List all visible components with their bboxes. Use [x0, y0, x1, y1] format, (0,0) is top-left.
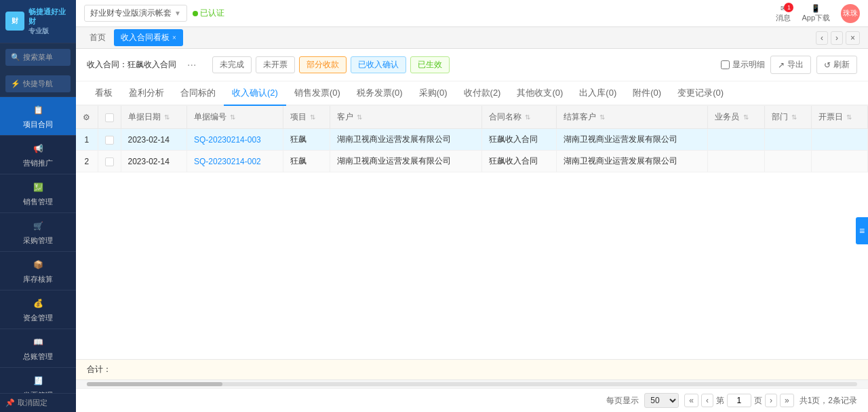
tab-6[interactable]: 采购(0): [411, 81, 456, 106]
tab-10[interactable]: 附件(0): [625, 81, 669, 106]
logo-text: 畅捷通好业财: [28, 7, 71, 26]
sidebar-bottom[interactable]: 📌 取消固定: [0, 393, 76, 412]
status-effective-button[interactable]: 已生效: [410, 56, 450, 73]
row-billno-2[interactable]: SQ-20230214-002: [187, 151, 283, 172]
user-avatar[interactable]: 珠珠: [841, 4, 860, 23]
tab-3[interactable]: 收入确认(2): [224, 81, 286, 106]
salesperson-column-header[interactable]: 业务员 ⇅: [708, 106, 764, 129]
horizontal-scrollbar[interactable]: [76, 379, 868, 388]
last-page-button[interactable]: »: [780, 394, 794, 407]
sidebar-item-7[interactable]: 🧾 发票管理: [0, 368, 76, 393]
side-panel-toggle[interactable]: ≡: [856, 217, 868, 244]
content-wrapper: 收入合同：狂飙收入合同 ··· 未完成 未开票 部分收款 已收入确认 已生效 显…: [76, 49, 868, 412]
table-row[interactable]: 2 2023-02-14 SQ-20230214-002 狂飙 湖南卫视商业运营…: [76, 151, 868, 172]
row-dept-2: [764, 151, 811, 172]
refresh-button[interactable]: ↺ 刷新: [816, 56, 857, 74]
main-content: 好业财专业版演示帐套 ▼ 已认证 ✉ 1 消息 📱 App下载 珠珠: [76, 0, 868, 412]
page-size-select[interactable]: 50 100 200: [644, 393, 679, 408]
customer-column-header[interactable]: 客户 ⇅: [330, 106, 481, 129]
sidebar-item-3[interactable]: 🛒 采购管理: [0, 213, 76, 252]
show-detail-checkbox[interactable]: [721, 60, 730, 69]
tab-11[interactable]: 变更记录(0): [669, 81, 732, 106]
table-footer: 合计：: [76, 359, 868, 379]
settlement-column-header[interactable]: 结算客户 ⇅: [556, 106, 708, 129]
export-icon: ↗: [778, 60, 785, 70]
search-area: 🔍 搜索菜单: [0, 43, 76, 71]
row-check-2[interactable]: [98, 151, 121, 172]
tab-close-all-button[interactable]: ×: [846, 31, 860, 45]
prev-page-button[interactable]: ‹: [701, 394, 713, 407]
contract-column-header[interactable]: 合同名称 ⇅: [481, 106, 556, 129]
sidebar-icon-7: 🧾: [31, 373, 45, 388]
app-download-button[interactable]: 📱 App下载: [802, 4, 830, 23]
active-tab[interactable]: 收入合同看板 ×: [114, 29, 183, 46]
tab-0[interactable]: 看板: [87, 81, 121, 106]
table-row[interactable]: 1 2023-02-14 SQ-20230214-003 狂飙 湖南卫视商业运营…: [76, 129, 868, 151]
app-logo: 财 畅捷通好业财 专业版: [0, 0, 76, 43]
row-customer-1: 湖南卫视商业运营发展有限公司: [330, 129, 481, 151]
tab-2[interactable]: 合同标的: [172, 81, 224, 106]
sidebar-item-6[interactable]: 📖 总账管理: [0, 329, 76, 368]
date-column-header[interactable]: 单据日期 ⇅: [121, 106, 187, 129]
scrollbar-thumb[interactable]: [87, 382, 222, 386]
select-all-checkbox[interactable]: [105, 113, 114, 122]
settings-column-header[interactable]: ⚙: [76, 106, 98, 129]
sidebar-item-1[interactable]: 📢 营销推广: [0, 136, 76, 174]
status-uninvoiced-button[interactable]: 未开票: [256, 56, 295, 73]
sort-icon-4: ⇅: [357, 113, 362, 121]
status-confirmed-button[interactable]: 已收入确认: [351, 56, 406, 73]
tab-1[interactable]: 盈利分析: [121, 81, 172, 106]
tab-7[interactable]: 收付款(2): [456, 81, 509, 106]
sidebar-icon-0: 📋: [31, 102, 45, 117]
home-tab[interactable]: 首页: [84, 29, 111, 46]
sidebar-icon-2: 💹: [31, 180, 45, 195]
dropdown-arrow-icon: ▼: [174, 10, 181, 17]
sidebar-icon-5: 💰: [31, 296, 45, 311]
next-page-button[interactable]: ›: [765, 394, 777, 407]
tab-9[interactable]: 出入库(0): [571, 81, 625, 106]
project-column-header[interactable]: 项目 ⇅: [283, 106, 330, 129]
sidebar: 财 畅捷通好业财 专业版 🔍 搜索菜单 ⚡ 快捷导航 📋 项目合同 📢 营销推广…: [0, 0, 76, 412]
tab-5[interactable]: 税务发票(0): [349, 81, 411, 106]
row-billno-1[interactable]: SQ-20230214-003: [187, 129, 283, 151]
total-label: 合计：: [87, 364, 111, 375]
sub-tabs: 看板 盈利分析 合同标的 收入确认(2) 销售发票(0) 税务发票(0) 采购(…: [76, 81, 868, 106]
home-label: 首页: [90, 33, 106, 42]
sidebar-label-2: 销售管理: [23, 197, 53, 207]
search-menu-button[interactable]: 🔍 搜索菜单: [5, 49, 71, 66]
first-page-button[interactable]: «: [684, 394, 698, 407]
sidebar-item-5[interactable]: 💰 资金管理: [0, 291, 76, 329]
message-button[interactable]: ✉ 1 消息: [776, 4, 791, 23]
row-contract-2: 狂飙收入合同: [481, 151, 556, 172]
status-incomplete-button[interactable]: 未完成: [212, 56, 252, 73]
sidebar-icon-4: 📦: [31, 257, 45, 272]
quick-nav-button[interactable]: ⚡ 快捷导航: [5, 75, 71, 92]
status-partial-button[interactable]: 部分收款: [299, 56, 347, 73]
tab-close-icon[interactable]: ×: [172, 34, 176, 41]
status-buttons: 未完成 未开票 部分收款 已收入确认 已生效: [212, 56, 450, 73]
dept-column-header[interactable]: 部门 ⇅: [764, 106, 811, 129]
sort-icon-9: ⇅: [846, 113, 852, 121]
mobile-icon: 📱: [811, 4, 821, 13]
sidebar-item-2[interactable]: 💹 销售管理: [0, 174, 76, 213]
tab-prev-button[interactable]: ‹: [816, 31, 828, 45]
topbar-left: 好业财专业版演示帐套 ▼ 已认证: [84, 5, 224, 22]
tab-next-button[interactable]: ›: [831, 31, 843, 45]
invoice-date-column-header[interactable]: 开票日 ⇅: [811, 106, 867, 129]
tabbar: 首页 收入合同看板 × ‹ › ×: [76, 27, 868, 49]
export-button[interactable]: ↗ 导出: [770, 56, 811, 74]
per-page-label: 每页显示: [606, 395, 639, 407]
more-button[interactable]: ···: [184, 59, 199, 71]
row-date-2: 2023-02-14: [121, 151, 187, 172]
refresh-icon: ↺: [824, 60, 831, 70]
billno-column-header[interactable]: 单据编号 ⇅: [187, 106, 283, 129]
company-select[interactable]: 好业财专业版演示帐套 ▼: [84, 5, 187, 22]
tab-4[interactable]: 销售发票(0): [286, 81, 349, 106]
select-all-column-header[interactable]: [98, 106, 121, 129]
tab-8[interactable]: 其他收支(0): [509, 81, 571, 106]
sort-icon-6: ⇅: [599, 113, 605, 121]
page-input[interactable]: [727, 394, 751, 407]
row-check-1[interactable]: [98, 129, 121, 151]
sidebar-item-0[interactable]: 📋 项目合同: [0, 97, 76, 136]
sidebar-item-4[interactable]: 📦 库存核算: [0, 252, 76, 291]
